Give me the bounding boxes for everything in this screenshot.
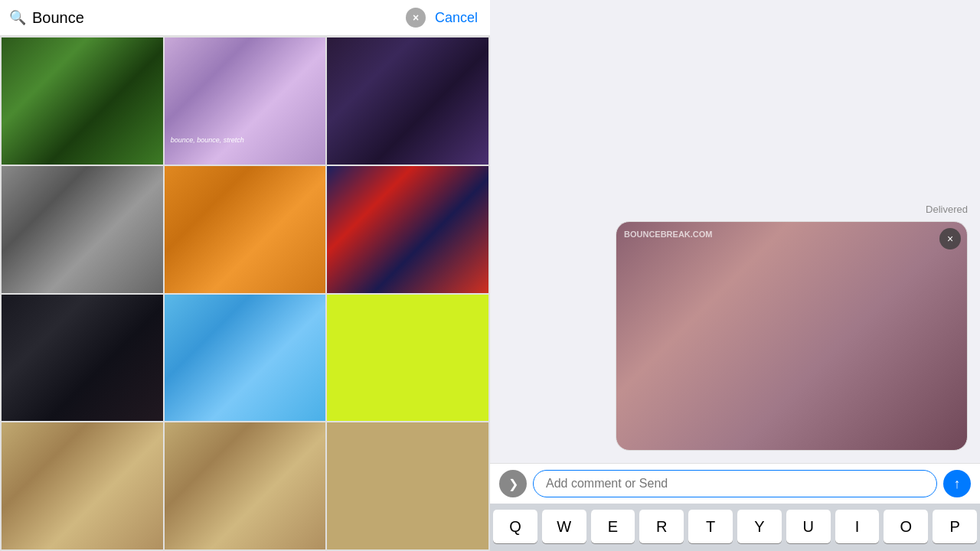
message-input-row: ❯ ↑	[490, 463, 980, 504]
close-gif-button[interactable]: ×	[939, 228, 961, 249]
gif-item[interactable]	[2, 37, 163, 165]
gif-item[interactable]	[327, 37, 488, 165]
delivered-label: Delivered	[502, 204, 968, 215]
key-t[interactable]: T	[688, 510, 733, 543]
send-button[interactable]: ↑	[943, 470, 971, 497]
gif-item[interactable]	[327, 166, 488, 293]
chat-panel: Delivered BOUNCEBREAK.COM × ❯ ↑ Q W E R …	[490, 0, 980, 551]
keyboard-row-1: Q W E R T Y U I O P	[493, 510, 977, 543]
search-icon: 🔍	[9, 9, 26, 26]
key-u[interactable]: U	[786, 510, 831, 543]
gif-item[interactable]: bounce, bounce, stretch	[165, 37, 326, 165]
clear-search-button[interactable]: ×	[406, 8, 426, 28]
search-input[interactable]	[32, 9, 400, 27]
chevron-right-icon: ❯	[508, 477, 518, 491]
expand-button[interactable]: ❯	[499, 470, 527, 497]
gif-item[interactable]	[2, 166, 163, 293]
gif-item[interactable]	[165, 166, 326, 293]
send-icon: ↑	[954, 476, 961, 492]
cancel-button[interactable]: Cancel	[432, 10, 481, 26]
chat-messages: Delivered BOUNCEBREAK.COM ×	[490, 0, 980, 463]
gif-item[interactable]	[327, 295, 488, 422]
key-o[interactable]: O	[884, 510, 928, 543]
message-input[interactable]	[533, 470, 937, 497]
gif-watermark: BOUNCEBREAK.COM	[624, 230, 713, 239]
key-w[interactable]: W	[542, 510, 586, 543]
gif-item[interactable]	[165, 422, 326, 549]
key-e[interactable]: E	[591, 510, 635, 543]
gif-item[interactable]	[165, 295, 326, 422]
key-y[interactable]: Y	[737, 510, 782, 543]
search-bar: 🔍 × Cancel	[0, 0, 490, 36]
gif-preview-bubble: BOUNCEBREAK.COM ×	[616, 221, 968, 451]
gif-caption: bounce, bounce, stretch	[171, 136, 244, 144]
keyboard: Q W E R T Y U I O P	[490, 504, 980, 551]
key-q[interactable]: Q	[493, 510, 537, 543]
gif-search-panel: 🔍 × Cancel bounce, bounce, stretch	[0, 0, 490, 551]
gif-item[interactable]	[2, 295, 163, 422]
gif-grid: bounce, bounce, stretch	[0, 36, 490, 551]
key-p[interactable]: P	[933, 510, 977, 543]
key-i[interactable]: I	[835, 510, 880, 543]
key-r[interactable]: R	[639, 510, 684, 543]
gif-item[interactable]	[327, 422, 488, 549]
gif-item[interactable]	[2, 422, 163, 549]
